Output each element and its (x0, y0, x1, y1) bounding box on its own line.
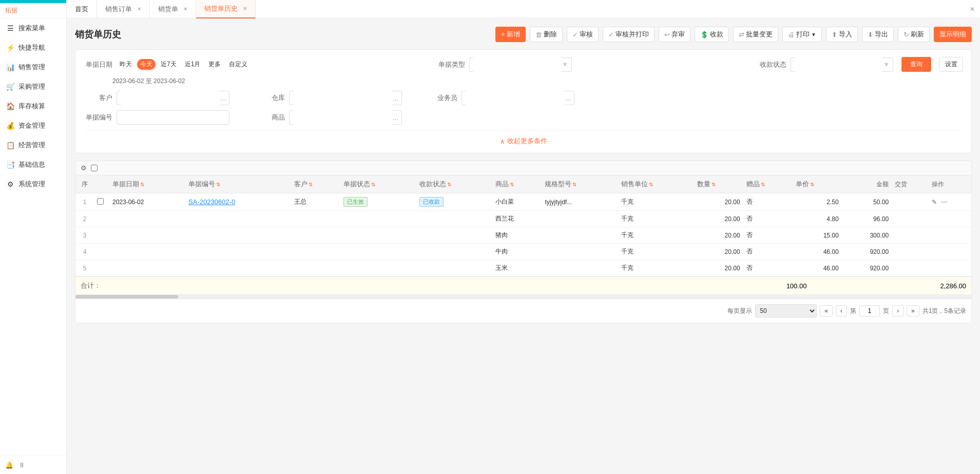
sort-gift[interactable]: 赠品 (746, 180, 790, 189)
customer-input[interactable] (120, 91, 220, 105)
sort-price[interactable]: 单价 (796, 180, 839, 189)
doc-type-input[interactable] (473, 57, 562, 72)
query-button[interactable]: 查询 (901, 57, 931, 72)
date-tag-today[interactable]: 今天 (137, 59, 156, 70)
sidebar-item-basic-info[interactable]: 📑 基础信息 (0, 155, 66, 174)
customer-input-wrapper[interactable]: ... (117, 91, 229, 105)
table-settings-icon[interactable]: ⚙ (81, 164, 87, 172)
show-detail-button[interactable]: 显示明细 (934, 27, 972, 42)
payment-status-select-wrapper[interactable]: ▼ (791, 57, 893, 72)
sort-payment-status[interactable]: 收款状态 (419, 180, 489, 189)
scroll-thumb[interactable] (75, 295, 178, 299)
goods-dots[interactable]: ... (393, 114, 398, 122)
sidebar-item-operations[interactable]: 📋 经营管理 (0, 135, 66, 155)
date-tag-yesterday[interactable]: 昨天 (117, 59, 135, 70)
sort-qty[interactable]: 数量 (697, 180, 740, 189)
collect-button[interactable]: 💲 收款 (695, 27, 729, 42)
scroll-bar[interactable] (75, 294, 971, 299)
date-tag-7days[interactable]: 近7天 (158, 59, 180, 70)
more-btn[interactable]: ⋯ (941, 199, 947, 206)
refresh-button[interactable]: ↻ 刷新 (898, 27, 930, 42)
print-button[interactable]: 🖨 打印 ▼ (782, 27, 822, 42)
sort-doc-status[interactable]: 单据状态 (343, 180, 413, 189)
date-tag-more[interactable]: 更多 (205, 59, 224, 70)
th-doc-date[interactable]: 单据日期 (109, 175, 185, 193)
per-page-select[interactable]: 50 10 20 100 (755, 304, 817, 318)
warehouse-input-wrapper[interactable]: ... (289, 91, 402, 105)
cell-unit: 千克 (618, 260, 694, 276)
th-spec[interactable]: 规格型号 (542, 175, 618, 193)
tab-sales-shipment[interactable]: 销货单 ✕ (150, 0, 196, 18)
import-button[interactable]: ⬆ 导入 (826, 27, 858, 42)
tabs-close-all[interactable]: ✕ (970, 6, 980, 13)
select-all-checkbox[interactable] (91, 165, 98, 171)
sort-unit[interactable]: 销售单位 (621, 180, 691, 189)
delete-button[interactable]: 🗑 删除 (530, 27, 563, 42)
th-doc-no[interactable]: 单据编号 (185, 175, 291, 193)
sidebar-item-inventory[interactable]: 🏠 库存核算 (0, 96, 66, 116)
salesperson-input-wrapper[interactable]: ... (462, 91, 574, 105)
payment-status-input[interactable] (794, 57, 883, 72)
th-goods[interactable]: 商品 (492, 175, 542, 193)
operations-icon: 📋 (6, 141, 14, 149)
tab-sales-shipment-close[interactable]: ✕ (183, 6, 187, 12)
customer-dots[interactable]: ... (220, 94, 226, 102)
sidebar-item-quick-nav[interactable]: ⚡ 快捷导航 (0, 38, 66, 57)
th-doc-status[interactable]: 单据状态 (340, 175, 416, 193)
th-payment-status[interactable]: 收款状态 (416, 175, 492, 193)
sidebar-bottom-icon2[interactable]: ⏸ (18, 461, 25, 469)
sidebar-item-search-menu[interactable]: ☰ 搜索菜单 (0, 18, 66, 38)
sort-customer[interactable]: 客户 (294, 180, 337, 189)
page-number-input[interactable] (859, 305, 880, 317)
th-customer[interactable]: 客户 (291, 175, 340, 193)
sort-spec[interactable]: 规格型号 (545, 180, 614, 189)
sidebar-bottom-icon1[interactable]: 🔔 (5, 461, 13, 469)
sort-goods[interactable]: 商品 (495, 180, 539, 189)
tab-sales-history-close[interactable]: ✕ (243, 6, 247, 11)
sort-doc-no[interactable]: 单据编号 (188, 180, 288, 189)
tab-sales-history[interactable]: 销货单历史 ✕ (196, 0, 256, 18)
warehouse-dots[interactable]: ... (393, 94, 398, 102)
cell-doc-no[interactable]: SA-20230602-0 (185, 193, 291, 211)
th-qty[interactable]: 数量 (694, 175, 743, 193)
audit-print-button[interactable]: ✓ 审核并打印 (603, 27, 655, 42)
batch-change-button[interactable]: ⇄ 批量变更 (733, 27, 778, 42)
th-unit[interactable]: 销售单位 (618, 175, 694, 193)
sort-doc-date[interactable]: 单据日期 (112, 180, 182, 189)
footer-label: 合计： (81, 281, 101, 290)
salesperson-dots[interactable]: ... (565, 94, 571, 102)
th-price[interactable]: 单价 (793, 175, 842, 193)
export-button[interactable]: ⬇ 导出 (862, 27, 894, 42)
sidebar-bottom: 🔔 ⏸ (0, 456, 66, 474)
add-button[interactable]: + 新增 (495, 27, 526, 42)
sidebar-item-finance[interactable]: 💰 资金管理 (0, 116, 66, 135)
doc-type-select-wrapper[interactable]: ▼ (469, 57, 572, 72)
date-tag-1month[interactable]: 近1月 (182, 59, 204, 70)
sidebar-item-system[interactable]: ⚙ 系统管理 (0, 174, 66, 194)
last-page-btn[interactable]: » (907, 305, 919, 317)
doc-no-input[interactable] (117, 110, 229, 125)
date-tag-custom[interactable]: 自定义 (226, 59, 251, 70)
sidebar-item-purchase[interactable]: 🛒 采购管理 (0, 77, 66, 96)
edit-btn[interactable]: ✎ (932, 199, 937, 206)
filter-collapse-btn[interactable]: ∧ 收起更多条件 (500, 136, 547, 146)
tab-home[interactable]: 首页 (67, 0, 97, 18)
prev-page-btn[interactable]: ‹ (836, 305, 847, 317)
warehouse-input[interactable] (293, 91, 393, 105)
sidebar-item-sales[interactable]: 📊 销售管理 (0, 57, 66, 77)
next-page-btn[interactable]: › (892, 305, 904, 317)
row-checkbox[interactable] (97, 198, 104, 205)
salesperson-input[interactable] (465, 91, 565, 105)
audit-button[interactable]: ✓ 审核 (567, 27, 599, 42)
abandon-button[interactable]: ↩ 弃审 (659, 27, 690, 42)
goods-input[interactable] (293, 110, 393, 125)
th-gift[interactable]: 赠品 (743, 175, 793, 193)
cell-goods: 猪肉 (492, 227, 542, 244)
cell-price: 15.00 (793, 227, 842, 244)
first-page-btn[interactable]: « (820, 305, 833, 317)
tab-sales-order[interactable]: 销售订单 ✕ (97, 0, 150, 18)
settings-button[interactable]: 设置 (939, 57, 963, 72)
th-delivery: 交货 (892, 175, 929, 193)
tab-sales-order-close[interactable]: ✕ (137, 6, 141, 12)
goods-input-wrapper[interactable]: ... (289, 110, 402, 125)
